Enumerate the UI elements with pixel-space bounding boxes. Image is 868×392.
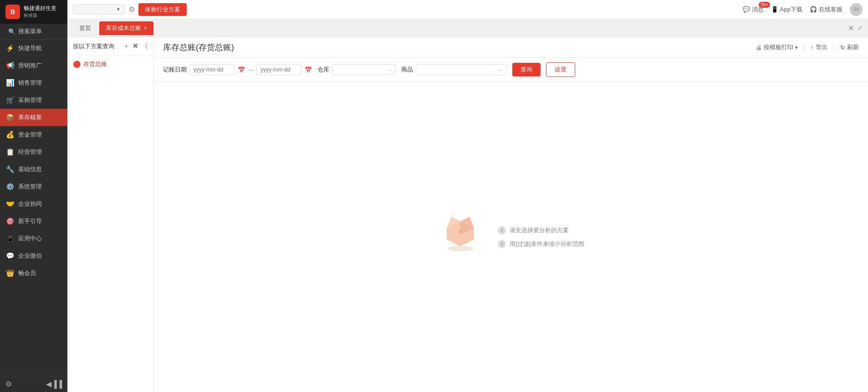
search-button[interactable]: 查询 xyxy=(512,63,541,76)
sidebar-item-label: 基础信息 xyxy=(18,165,42,173)
app-center-icon: 📱 xyxy=(5,234,15,243)
sidebar-item-app-center[interactable]: 📱 应用中心 xyxy=(0,230,67,247)
sidebar-item-inventory[interactable]: 📦 库存核算 xyxy=(0,109,67,126)
warehouse-select[interactable]: ··· xyxy=(332,64,396,75)
filter-item-label: 存货总账 xyxy=(83,60,107,68)
filter-item-icon: 🔴 xyxy=(73,61,81,68)
sidebar-item-label: 畅会员 xyxy=(18,269,36,277)
sidebar-item-member[interactable]: 👑 畅会员 xyxy=(0,265,67,282)
date-to-input[interactable] xyxy=(256,64,302,75)
sidebar-item-finance[interactable]: 💰 资金管理 xyxy=(0,126,67,143)
tab-inventory-cost[interactable]: 库存成本总账 × xyxy=(99,21,153,35)
tab-inventory-label: 库存成本总账 xyxy=(106,24,141,32)
speaker-icon[interactable]: ◀▐▐ xyxy=(46,380,62,388)
tip-2-number: 2 xyxy=(498,240,506,248)
sidebar-item-operation[interactable]: 📋 经营管理 xyxy=(0,143,67,161)
panel-close-icon[interactable]: ✕ xyxy=(848,24,854,32)
sidebar-search[interactable]: 🔍 搜索菜单 xyxy=(0,24,67,40)
sidebar-item-system[interactable]: ⚙️ 系统管理 xyxy=(0,178,67,195)
app-name: 畅捷通好生意 xyxy=(24,5,56,12)
topbar-right: 💬 消息 99+ 📱 App下载 🎧 在线客服 Rit xyxy=(743,3,863,16)
sales-icon: 📊 xyxy=(5,79,15,87)
search-bar: 记账日期 📅 — 📅 仓库 ··· 商品 xyxy=(154,58,868,82)
industry-btn[interactable]: 体验行业方案 xyxy=(138,3,187,16)
topbar-gear-icon[interactable]: ⚙ xyxy=(128,5,135,14)
online-service-item[interactable]: 🎧 在线客服 xyxy=(810,5,842,14)
settings-bottom-icon[interactable]: ⚙ xyxy=(5,380,12,388)
panel-resize-icon[interactable]: ⤢ xyxy=(858,25,863,31)
sidebar-item-base[interactable]: 🔧 基础信息 xyxy=(0,161,67,178)
main-content: 库存总账(存货总账) 🖨 按模板打印 ▾ | ↑ 导出 | ↻ xyxy=(154,37,868,392)
warehouse-more-icon[interactable]: ··· xyxy=(387,66,392,73)
marketing-icon: 📢 xyxy=(5,61,15,70)
warehouse-field-group: 仓库 ··· xyxy=(317,64,396,75)
goods-label: 商品 xyxy=(401,66,413,74)
refresh-label: 刷新 xyxy=(847,43,859,51)
goods-more-icon[interactable]: ··· xyxy=(498,66,503,73)
delete-filter-icon[interactable]: ✖ xyxy=(133,42,138,51)
sidebar-search-label: 搜索菜单 xyxy=(18,27,42,36)
goods-select[interactable]: ··· xyxy=(416,64,507,75)
app-logo-icon: B xyxy=(5,5,20,19)
calendar-to-icon[interactable]: 📅 xyxy=(305,66,312,73)
filter-header: 按以下方案查询 ＋ ✖ 《 xyxy=(67,37,153,56)
sidebar-item-label: 营销推广 xyxy=(18,61,42,70)
purchase-icon: 🛒 xyxy=(5,96,15,104)
sidebar-item-sales[interactable]: 📊 销售管理 xyxy=(0,74,67,92)
print-chevron-icon: ▾ xyxy=(795,45,798,51)
export-btn[interactable]: ↑ 导出 xyxy=(811,43,827,51)
system-icon: ⚙️ xyxy=(5,183,15,191)
sidebar-logo: B 畅捷通好生意 标准版 xyxy=(0,0,67,24)
print-btn[interactable]: 🖨 按模板打印 ▾ xyxy=(756,43,798,51)
date-field-group: 记账日期 📅 — 📅 xyxy=(163,64,312,75)
scheme-selector[interactable]: ▾ xyxy=(73,4,125,15)
sidebar-item-wechat[interactable]: 💬 企业微信 xyxy=(0,247,67,265)
sidebar-item-marketing[interactable]: 📢 营销推广 xyxy=(0,57,67,74)
sidebar-bottom: ⚙ ◀▐▐ xyxy=(0,376,67,392)
sidebar-item-label: 新手引导 xyxy=(18,217,42,225)
page-title-bar: 库存总账(存货总账) 🖨 按模板打印 ▾ | ↑ 导出 | ↻ xyxy=(154,37,868,58)
topbar-left: ▾ ⚙ 体验行业方案 xyxy=(73,3,187,16)
page-title-actions: 🖨 按模板打印 ▾ | ↑ 导出 | ↻ 刷新 xyxy=(756,43,859,51)
sidebar-item-purchase[interactable]: 🛒 采购管理 xyxy=(0,92,67,109)
filter-panel: 按以下方案查询 ＋ ✖ 《 🔴 存货总账 xyxy=(67,37,154,392)
message-item[interactable]: 💬 消息 99+ xyxy=(743,5,764,14)
print-icon: 🖨 xyxy=(756,44,762,51)
sidebar-item-quick-nav[interactable]: ⚡ 快捷导航 xyxy=(0,40,67,57)
filter-item-inventory[interactable]: 🔴 存货总账 xyxy=(67,56,153,73)
refresh-btn[interactable]: ↻ 刷新 xyxy=(840,43,859,51)
date-from-input[interactable] xyxy=(189,64,235,75)
sidebar-item-guide[interactable]: 🎯 新手引导 xyxy=(0,213,67,230)
add-filter-icon[interactable]: ＋ xyxy=(123,42,130,51)
sidebar: B 畅捷通好生意 标准版 🔍 搜索菜单 ⚡ 快捷导航 📢 营销推广 📊 销售管理… xyxy=(0,0,67,392)
sidebar-item-label: 快捷导航 xyxy=(18,44,42,52)
sidebar-item-label: 企业协同 xyxy=(18,200,42,208)
online-service-label: 在线客服 xyxy=(819,5,842,14)
sidebar-item-label: 应用中心 xyxy=(18,234,42,243)
calendar-from-icon[interactable]: 📅 xyxy=(238,66,245,73)
wechat-icon: 💬 xyxy=(5,252,15,260)
warehouse-label: 仓库 xyxy=(317,66,329,74)
user-info-item[interactable]: Rit xyxy=(850,3,863,16)
operation-icon: 📋 xyxy=(5,148,15,156)
tab-home[interactable]: 首页 xyxy=(73,21,97,35)
svg-text:★: ★ xyxy=(457,228,463,235)
app-download-item[interactable]: 📱 App下载 xyxy=(771,5,802,14)
content-area: 按以下方案查询 ＋ ✖ 《 🔴 存货总账 库存总账(存货总账) 🖨 xyxy=(67,37,868,392)
sidebar-item-label: 经营管理 xyxy=(18,148,42,156)
date-label: 记账日期 xyxy=(163,66,187,74)
sidebar-item-label: 采购管理 xyxy=(18,96,42,104)
sidebar-nav: ⚡ 快捷导航 📢 营销推广 📊 销售管理 🛒 采购管理 📦 库存核算 💰 资金管… xyxy=(0,40,67,376)
goods-field-group: 商品 ··· xyxy=(401,64,507,75)
sidebar-item-corp[interactable]: 🤝 企业协同 xyxy=(0,195,67,213)
search-icon: 🔍 xyxy=(8,28,15,35)
page-title: 库存总账(存货总账) xyxy=(163,42,234,53)
collapse-filter-icon[interactable]: 《 xyxy=(141,42,148,51)
corp-icon: 🤝 xyxy=(5,200,15,208)
svg-point-5 xyxy=(448,246,473,251)
settings-button[interactable]: 设置 xyxy=(546,62,575,77)
tab-close-icon[interactable]: × xyxy=(144,25,147,31)
filter-header-actions: ＋ ✖ 《 xyxy=(123,42,148,51)
tip-2-text: 用[过滤]条件来缩小分析范围 xyxy=(510,240,584,248)
tabs-right: ✕ ⤢ xyxy=(848,24,863,32)
